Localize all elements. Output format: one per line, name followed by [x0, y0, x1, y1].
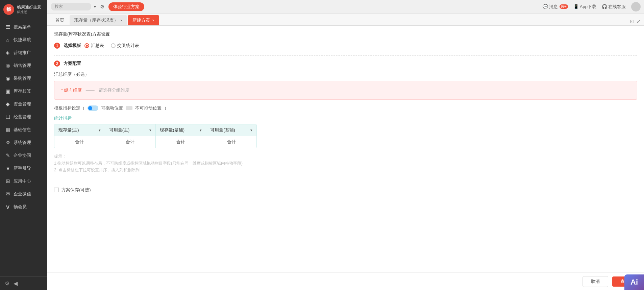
- save-checkbox[interactable]: [54, 188, 59, 192]
- sidebar-item-marketing[interactable]: ◈ 营销推广: [0, 46, 47, 59]
- footer-bar: 取消 查询: [47, 272, 644, 290]
- sidebar-label-guide: 新手引导: [14, 165, 31, 171]
- phone-icon: 📱: [573, 4, 579, 9]
- divider1: [54, 55, 637, 56]
- draggable-toggle[interactable]: [88, 105, 98, 111]
- topbar-gear-icon[interactable]: ⚙: [100, 4, 104, 10]
- radio-summary[interactable]: 汇总表: [84, 43, 104, 49]
- ai-badge[interactable]: Ai: [624, 274, 644, 290]
- appcenter-icon: ⊞: [5, 178, 11, 184]
- sidebar-item-wechat[interactable]: ✉ 企业微信: [0, 188, 47, 200]
- inventory-icon: ▣: [5, 88, 11, 94]
- page-title: 现存量(库存状况表)方案设置: [54, 31, 637, 37]
- sidebar-item-basicinfo[interactable]: ▦ 基础信息: [0, 123, 47, 136]
- topbar-dropdown[interactable]: ▾: [94, 4, 96, 9]
- sidebar-item-purchase[interactable]: ◉ 采购管理: [0, 72, 47, 85]
- save-row: 方案保存(可选): [54, 187, 637, 193]
- collapse-icon[interactable]: ◀: [14, 280, 18, 287]
- message-icon: 💬: [543, 4, 548, 9]
- tab-restore-icon[interactable]: ⊡: [630, 19, 634, 24]
- sidebar-item-system[interactable]: ⚙ 系统管理: [0, 136, 47, 149]
- main-area: 搜索 ▾ ⚙ 体验行业方案 💬 消息 99+ 📱 App下载 🎧 在线客服 首页: [47, 0, 644, 290]
- sidebar-label-collab: 企业协同: [14, 152, 31, 159]
- message-badge: 99+: [560, 4, 568, 9]
- app-download-btn[interactable]: 📱 App下载: [573, 4, 596, 10]
- sidebar-label-marketing: 营销推广: [14, 50, 31, 56]
- sidebar-label-inventory: 库存核算: [14, 88, 31, 94]
- guide-icon: ★: [5, 165, 11, 171]
- sidebar-label-sales: 销售管理: [14, 63, 31, 69]
- tab-new-plan-close[interactable]: ×: [152, 18, 154, 22]
- sidebar: 畅 畅康通好生意 标准版 ☰ 搜索菜单 ⌂ 快捷导航 ◈ 营销推广 ◎ 销售管理…: [0, 0, 47, 290]
- sales-icon: ◎: [5, 63, 11, 69]
- sidebar-item-finance[interactable]: ◆ 资金管理: [0, 98, 47, 111]
- stats-col-1-arrow[interactable]: ▾: [149, 128, 151, 132]
- vertical-dim-row: * 纵向维度 —— 请选择分组维度: [61, 87, 630, 93]
- sidebar-item-search[interactable]: ☰ 搜索菜单: [0, 21, 47, 33]
- sidebar-item-quicknav[interactable]: ⌂ 快捷导航: [0, 33, 47, 46]
- sidebar-label-purchase: 采购管理: [14, 75, 31, 81]
- sidebar-item-appcenter[interactable]: ⊞ 应用中心: [0, 175, 47, 188]
- content-area: 现存量(库存状况表)方案设置 1 选择模板 汇总表 交叉统计表: [47, 26, 644, 272]
- stats-col-2-arrow[interactable]: ▾: [200, 128, 202, 132]
- tab-new-plan[interactable]: 新建方案 ×: [128, 15, 159, 25]
- tab-home[interactable]: 首页: [51, 15, 69, 25]
- sidebar-label-member: 畅会员: [14, 204, 27, 210]
- sidebar-label-basicinfo: 基础信息: [14, 127, 31, 133]
- purchase-icon: ◉: [5, 75, 11, 81]
- tabs-bar: 首页 现存量（库存状况表） × 新建方案 × ⊡ ⤢: [47, 14, 644, 26]
- wechat-icon: ✉: [5, 191, 11, 197]
- stats-table-header: 现存量(主) ▾ 可用量(主) ▾ 现存量(基辅) ▾ 可用量(基辅): [54, 124, 256, 136]
- step1-header: 1 选择模板 汇总表 交叉统计表: [54, 43, 637, 49]
- undraggable-label: 不可拖动位置: [135, 105, 162, 111]
- online-service-btn[interactable]: 🎧 在线客服: [602, 4, 626, 10]
- stats-cell-0-2: 合计: [156, 136, 206, 148]
- sidebar-item-inventory[interactable]: ▣ 库存核算: [0, 85, 47, 98]
- sidebar-logo: 畅 畅康通好生意 标准版: [0, 0, 47, 19]
- step1-title: 选择模板: [64, 43, 81, 49]
- vertical-dim-placeholder[interactable]: 请选择分组维度: [99, 87, 129, 93]
- sidebar-label-management: 经营管理: [14, 114, 31, 120]
- basicinfo-icon: ▦: [5, 127, 11, 133]
- trial-btn[interactable]: 体验行业方案: [108, 2, 144, 11]
- tips-area: 提示： 1.拖动标题栏可以调整布局，不可跨维度或指标区域拖动栏目字段(只能在同一…: [54, 153, 637, 173]
- sidebar-item-member[interactable]: V 畅会员: [0, 200, 47, 213]
- tab-expand-icon[interactable]: ⤢: [637, 19, 641, 24]
- radio-crosstab-label: 交叉统计表: [117, 43, 139, 49]
- stats-col-2: 现存量(基辅) ▾: [156, 124, 206, 136]
- topbar: 搜索 ▾ ⚙ 体验行业方案 💬 消息 99+ 📱 App下载 🎧 在线客服: [47, 0, 644, 14]
- sidebar-label-wechat: 企业微信: [14, 191, 31, 197]
- logo-icon: 畅: [3, 4, 14, 15]
- radio-summary-dot: [84, 43, 89, 48]
- sidebar-item-management[interactable]: ❑ 经营管理: [0, 111, 47, 123]
- online-service-label: 在线客服: [608, 4, 626, 10]
- stats-col-3-arrow[interactable]: ▾: [250, 128, 252, 132]
- radio-crosstab[interactable]: 交叉统计表: [111, 43, 139, 49]
- stats-col-0-arrow[interactable]: ▾: [99, 128, 101, 132]
- tab-inventory-close[interactable]: ×: [120, 18, 122, 22]
- step1-section: 1 选择模板 汇总表 交叉统计表: [54, 43, 637, 49]
- stats-table: 现存量(主) ▾ 可用量(主) ▾ 现存量(基辅) ▾ 可用量(基辅): [54, 124, 257, 148]
- sidebar-label-system: 系统管理: [14, 140, 31, 146]
- user-avatar[interactable]: [631, 2, 641, 11]
- system-icon: ⚙: [5, 140, 11, 146]
- sidebar-nav: ☰ 搜索菜单 ⌂ 快捷导航 ◈ 营销推广 ◎ 销售管理 ◉ 采购管理 ▣ 库存核…: [0, 19, 47, 276]
- stats-col-2-label: 现存量(基辅): [160, 127, 199, 133]
- tab-inventory[interactable]: 现存量（库存状况表） ×: [70, 15, 127, 25]
- stats-col-0: 现存量(主) ▾: [54, 124, 105, 136]
- tip-title: 提示：: [54, 153, 637, 159]
- sidebar-item-sales[interactable]: ◎ 销售管理: [0, 59, 47, 72]
- settings-footer-icon[interactable]: ⚙: [5, 280, 9, 287]
- vertical-dim-dash: ——: [86, 88, 95, 93]
- message-btn[interactable]: 💬 消息 99+: [543, 4, 568, 10]
- marketing-icon: ◈: [5, 50, 11, 56]
- cancel-button[interactable]: 取消: [583, 276, 608, 287]
- stats-col-1: 可用量(主) ▾: [105, 124, 156, 136]
- indicator-settings-label: 模板指标设定（ 可拖动位置 不可拖动位置 ）: [54, 105, 637, 111]
- sidebar-item-collab[interactable]: ✎ 企业协同: [0, 149, 47, 162]
- step2-header: 2 方案配置: [54, 61, 637, 67]
- step2-title: 方案配置: [64, 61, 81, 67]
- app-badge: 标准版: [17, 10, 41, 15]
- sidebar-item-guide[interactable]: ★ 新手引导: [0, 162, 47, 175]
- sidebar-footer: ⚙ ◀: [0, 276, 47, 290]
